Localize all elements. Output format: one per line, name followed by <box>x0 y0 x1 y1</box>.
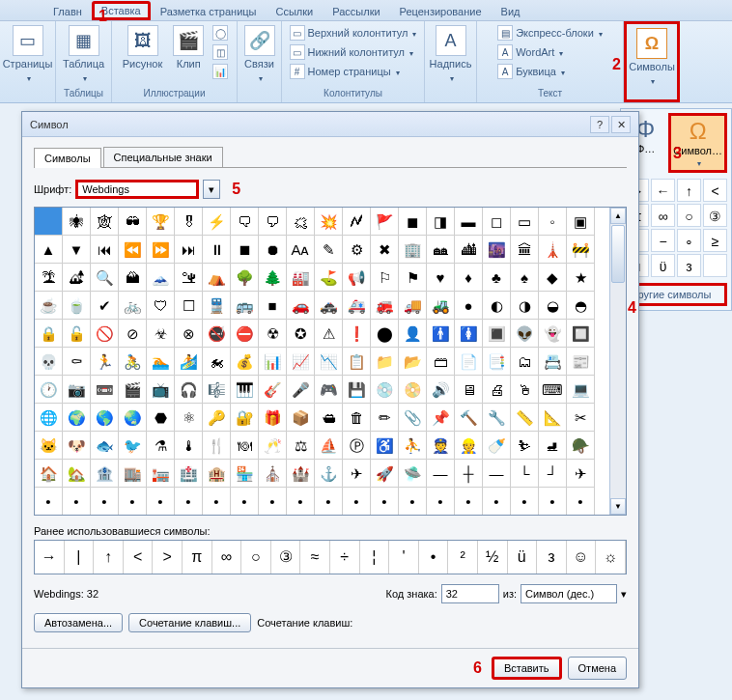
symbol-cell[interactable]: ⏭ <box>175 236 203 264</box>
symbol-cell[interactable]: ⚰ <box>63 348 91 376</box>
symbol-cell[interactable]: ⛷ <box>511 432 539 460</box>
symbol-cell[interactable]: 👤 <box>399 320 427 348</box>
recent-cell[interactable]: < <box>124 541 154 574</box>
recent-cell[interactable]: • <box>419 541 449 574</box>
symbol-cell[interactable]: 🏥 <box>175 460 203 488</box>
symbol-cell[interactable]: 🏔 <box>119 264 147 292</box>
symbol-cell[interactable]: 📁 <box>371 348 399 376</box>
symbol-cell[interactable]: 💻 <box>567 376 595 404</box>
symbol-cell[interactable]: 🏢 <box>399 236 427 264</box>
symbol-cell[interactable]: 🎧 <box>175 376 203 404</box>
symbol-cell[interactable]: • <box>147 488 175 516</box>
tab-special[interactable]: Специальные знаки <box>103 147 223 167</box>
sym-cell[interactable]: ∘ <box>677 229 701 252</box>
tab-view[interactable]: Вид <box>492 3 530 20</box>
symbol-cell[interactable]: 🎖 <box>175 208 203 236</box>
recent-cell[interactable]: ○ <box>241 541 271 574</box>
symbol-cell[interactable]: ⛺ <box>203 264 231 292</box>
symbol-cell[interactable]: 🏆 <box>147 208 175 236</box>
tab-mailings[interactable]: Рассылки <box>323 3 389 20</box>
symbol-cell[interactable]: 📷 <box>63 376 91 404</box>
symbol-cell[interactable]: 🎁 <box>259 404 287 432</box>
symbol-cell[interactable]: • <box>287 488 315 516</box>
symbol-cell[interactable]: 💰 <box>231 348 259 376</box>
symbol-cell[interactable]: 🚭 <box>203 320 231 348</box>
symbol-cell[interactable]: ⏪ <box>119 236 147 264</box>
sym-cell[interactable]: ③ <box>703 204 727 227</box>
symbol-cell[interactable]: 📊 <box>259 348 287 376</box>
symbol-cell[interactable]: 📎 <box>399 404 427 432</box>
symbol-cell[interactable]: • <box>119 488 147 516</box>
symbol-cell[interactable]: 🏃 <box>91 348 119 376</box>
recent-cell[interactable]: ½ <box>478 541 508 574</box>
symbol-cell[interactable]: — <box>427 460 455 488</box>
symbol-cell[interactable]: ⛪ <box>259 460 287 488</box>
symbol-cell[interactable]: 🍴 <box>203 432 231 460</box>
symbol-cell[interactable]: 📏 <box>511 404 539 432</box>
symbol-cell[interactable]: — <box>483 460 511 488</box>
symbol-cell[interactable]: 👽 <box>511 320 539 348</box>
sym-cell[interactable]: < <box>703 179 727 202</box>
symbol-cell[interactable]: 📑 <box>483 348 511 376</box>
symbol-cell[interactable]: ⛹ <box>399 432 427 460</box>
symbol-cell[interactable]: ✪ <box>287 320 315 348</box>
recent-cell[interactable]: ² <box>448 541 478 574</box>
symbol-cell[interactable]: ▭ <box>511 208 539 236</box>
symbol-cell[interactable]: 🚺 <box>455 320 483 348</box>
tab-symbols[interactable]: Символы <box>34 148 101 168</box>
symbol-cell[interactable]: ♠ <box>511 264 539 292</box>
symbol-cell[interactable]: ✈ <box>567 460 595 488</box>
symbol-cell[interactable]: ♣ <box>483 264 511 292</box>
symbol-cell[interactable]: 💿 <box>371 376 399 404</box>
symbol-cell[interactable]: • <box>427 488 455 516</box>
symbol-cell[interactable]: ⏹ <box>231 236 259 264</box>
pagenum-button[interactable]: #Номер страницы <box>288 62 419 81</box>
symbol-cell[interactable]: ┘ <box>539 460 567 488</box>
picture-button[interactable]: 🖼Рисунок <box>119 23 167 71</box>
symbol-cell[interactable]: 📈 <box>287 348 315 376</box>
symbol-cell[interactable]: 🎮 <box>315 376 343 404</box>
symbol-cell[interactable]: ⚛ <box>175 404 203 432</box>
scrollbar[interactable]: ▲ ▼ <box>609 208 626 515</box>
symbol-cell[interactable]: ✂ <box>567 404 595 432</box>
recent-cell[interactable]: ' <box>389 541 419 574</box>
symbol-cell[interactable]: ✏ <box>371 404 399 432</box>
symbol-cell[interactable]: ◆ <box>539 264 567 292</box>
from-dropdown[interactable]: ▾ <box>621 588 627 601</box>
symbol-cell[interactable]: 🏍 <box>203 348 231 376</box>
recent-cell[interactable]: ↑ <box>94 541 124 574</box>
symbol-cell[interactable]: ⛵ <box>315 432 343 460</box>
symbol-cell[interactable]: 🕶 <box>119 208 147 236</box>
pages-button[interactable]: ▭Страницы <box>0 23 56 85</box>
symbol-cell[interactable]: ☐ <box>175 292 203 320</box>
symbol-cell[interactable]: • <box>511 488 539 516</box>
symbol-cell[interactable]: • <box>343 488 371 516</box>
symbol-cell[interactable]: 🏰 <box>287 460 315 488</box>
symbol-cell[interactable]: 📰 <box>567 348 595 376</box>
symbol-cell[interactable]: 🗃 <box>427 348 455 376</box>
symbol-cell[interactable]: 🚧 <box>567 236 595 264</box>
symbol-cell[interactable]: 📼 <box>91 376 119 404</box>
symbol-cell[interactable]: 🏘 <box>427 236 455 264</box>
symbol-cell[interactable]: • <box>567 488 595 516</box>
symbol-cell[interactable]: 🏦 <box>91 460 119 488</box>
symbol-cell[interactable]: 🌆 <box>483 236 511 264</box>
recent-cell[interactable]: ☺ <box>567 541 597 574</box>
symbol-cell[interactable]: 🌳 <box>231 264 259 292</box>
symbol-cell[interactable]: • <box>91 488 119 516</box>
symbol-button[interactable]: ΩСимвол… <box>668 113 727 173</box>
symbol-cell[interactable]: 🏠 <box>35 460 63 488</box>
symbol-cell[interactable]: 🚴 <box>119 348 147 376</box>
symbol-cell[interactable]: ⏩ <box>147 236 175 264</box>
symbol-cell[interactable]: 🍼 <box>483 432 511 460</box>
scroll-down[interactable]: ▼ <box>610 498 626 515</box>
symbol-cell[interactable]: ⏸ <box>203 236 231 264</box>
shortcut-button[interactable]: Сочетание клавиш... <box>128 613 251 632</box>
footer-button[interactable]: ▭Нижний колонтитул <box>288 42 419 62</box>
symbol-cell[interactable]: 🔳 <box>483 320 511 348</box>
symbol-cell[interactable]: Ⓟ <box>343 432 371 460</box>
symbol-cell[interactable]: ◼ <box>399 208 427 236</box>
symbol-cell[interactable]: 📐 <box>539 404 567 432</box>
symbol-cell[interactable]: • <box>455 488 483 516</box>
recent-cell[interactable]: π <box>183 541 212 574</box>
